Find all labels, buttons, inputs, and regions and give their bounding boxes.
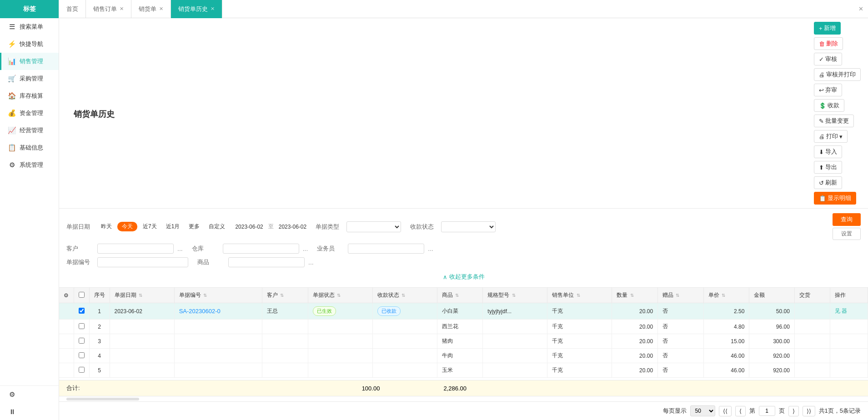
print-button[interactable]: 🖨 打印 ▾ xyxy=(814,130,848,143)
next-page-btn[interactable]: ⟩ xyxy=(788,406,799,416)
sidebar-item-capital-mgmt[interactable]: 💰 资金管理 xyxy=(0,105,59,122)
goods-dots-btn[interactable]: ... xyxy=(308,259,314,266)
staff-input[interactable] xyxy=(348,244,424,254)
prev-page-btn[interactable]: ⟨ xyxy=(735,406,746,416)
audit-print-button[interactable]: 🖨 审核并打印 xyxy=(814,68,861,81)
sidebar-item-quick-nav[interactable]: ⚡ 快捷导航 xyxy=(0,35,59,53)
quick-nav-icon: ⚡ xyxy=(8,40,16,48)
setting-button[interactable]: 设置 xyxy=(833,228,861,240)
tab-sales-history[interactable]: 销货单历史 ✕ xyxy=(171,0,222,18)
row-checkbox[interactable] xyxy=(79,352,85,358)
tab-sales-goods[interactable]: 销货单 ✕ xyxy=(131,0,171,18)
td-customer: 王总 xyxy=(262,303,308,320)
td-checkbox[interactable] xyxy=(74,334,89,349)
last-page-btn[interactable]: ⟩⟩ xyxy=(803,406,815,416)
per-page-select[interactable]: 20 50 100 xyxy=(690,405,715,416)
date-btn-custom[interactable]: 自定义 xyxy=(205,222,229,231)
td-checkbox[interactable] xyxy=(74,303,89,320)
capital-mgmt-icon: 💰 xyxy=(8,109,16,117)
new-button[interactable]: + 新增 xyxy=(814,22,841,35)
row-checkbox[interactable] xyxy=(79,367,85,373)
td-doc-date xyxy=(110,320,174,334)
tab-sales-history-label: 销货单历史 xyxy=(178,5,208,13)
td-unit: 千克 xyxy=(547,334,612,349)
th-doc-status[interactable]: 单据状态 ⇅ xyxy=(308,288,372,303)
row-checkbox[interactable] xyxy=(79,338,85,344)
staff-dots-btn[interactable]: ... xyxy=(428,245,433,252)
date-btn-today[interactable]: 今天 xyxy=(117,222,137,231)
doc-type-select[interactable] xyxy=(346,221,401,232)
th-payment-status[interactable]: 收款状态 ⇅ xyxy=(372,288,437,303)
td-checkbox[interactable] xyxy=(74,320,89,334)
row-checkbox[interactable] xyxy=(79,308,85,314)
window-close-btn[interactable]: ✕ xyxy=(858,5,863,12)
audit-button[interactable]: ✓ 审核 xyxy=(814,53,842,65)
tab-home[interactable]: 首页 xyxy=(59,0,86,18)
batch-change-button[interactable]: ✎ 批量变更 xyxy=(814,115,854,127)
th-spec[interactable]: 规格型号 ⇅ xyxy=(483,288,547,303)
sidebar-item-settings[interactable]: ⚙ xyxy=(0,386,59,403)
th-checkbox[interactable] xyxy=(74,288,89,303)
td-doc-no: SA-20230602-0 xyxy=(174,303,262,320)
print-icon: 🖨 xyxy=(819,133,825,140)
tab-sales-goods-close[interactable]: ✕ xyxy=(159,6,163,12)
date-btn-1month[interactable]: 近1月 xyxy=(162,222,184,231)
td-checkbox[interactable] xyxy=(74,363,89,378)
sidebar-item-sales-mgmt[interactable]: 📊 销售管理 xyxy=(0,53,59,70)
td-action xyxy=(830,363,868,378)
warehouse-input[interactable] xyxy=(223,244,299,254)
tab-sales-order[interactable]: 销售订单 ✕ xyxy=(86,0,131,18)
row-checkbox[interactable] xyxy=(79,323,85,329)
td-price: 2.50 xyxy=(703,303,749,320)
goods-input[interactable] xyxy=(228,257,305,267)
view-action-btn[interactable]: 见 xyxy=(835,308,840,314)
sidebar-item-operation-mgmt[interactable]: 📈 经营管理 xyxy=(0,122,59,139)
tab-sales-goods-label: 销货单 xyxy=(139,5,156,13)
th-doc-date[interactable]: 单据日期 ⇅ xyxy=(110,288,174,303)
sidebar-item-pause[interactable]: ⏸ xyxy=(0,403,59,420)
export-button[interactable]: ⬆ 导出 xyxy=(814,161,842,174)
first-page-btn[interactable]: ⟨⟨ xyxy=(719,406,732,416)
collapse-btn[interactable]: ∧ 收起更多条件 xyxy=(66,271,861,283)
page-number-input[interactable] xyxy=(759,406,775,416)
table-body: 1 2023-06-02 SA-20230602-0 王总 已生效 已收款 小白… xyxy=(59,303,868,378)
th-goods[interactable]: 商品 ⇅ xyxy=(437,288,483,303)
date-btn-7days[interactable]: 近7天 xyxy=(139,222,161,231)
th-price[interactable]: 单价 ⇅ xyxy=(703,288,749,303)
date-btn-yesterday[interactable]: 昨天 xyxy=(97,222,115,231)
warehouse-dots-btn[interactable]: ... xyxy=(303,245,308,252)
th-doc-no[interactable]: 单据编号 ⇅ xyxy=(174,288,262,303)
tab-sales-history-close[interactable]: ✕ xyxy=(211,6,215,12)
delete-button[interactable]: 🗑 删除 xyxy=(814,37,843,50)
customer-dots-btn[interactable]: ... xyxy=(177,245,183,252)
import-button[interactable]: ⬇ 导入 xyxy=(814,145,842,158)
sidebar-item-inventory[interactable]: 🏠 库存核算 xyxy=(0,87,59,105)
show-detail-button[interactable]: 📋 显示明细 xyxy=(814,192,856,205)
date-btn-more[interactable]: 更多 xyxy=(185,222,203,231)
scrollbar-thumb[interactable] xyxy=(66,398,139,400)
select-all-checkbox[interactable] xyxy=(79,292,85,298)
th-gear[interactable]: ⚙ xyxy=(59,288,74,303)
th-amount: 金额 xyxy=(749,288,795,303)
horizontal-scrollbar[interactable] xyxy=(59,396,868,401)
customer-input[interactable] xyxy=(97,244,174,254)
th-customer[interactable]: 客户 ⇅ xyxy=(262,288,308,303)
td-checkbox[interactable] xyxy=(74,349,89,363)
more-action-btn[interactable]: 器 xyxy=(842,308,847,314)
sidebar-item-base-info[interactable]: 📋 基础信息 xyxy=(0,139,59,156)
tab-sales-order-close[interactable]: ✕ xyxy=(120,6,124,12)
sidebar-item-search-menu[interactable]: ☰ 搜索菜单 xyxy=(0,18,59,35)
th-gift[interactable]: 赠品 ⇅ xyxy=(658,288,704,303)
th-qty[interactable]: 数量 ⇅ xyxy=(612,288,658,303)
abandon-button[interactable]: ↩ 弃审 xyxy=(814,84,842,96)
payment-status-select[interactable] xyxy=(441,221,496,232)
th-unit[interactable]: 销售单位 ⇅ xyxy=(547,288,612,303)
collect-button[interactable]: 💲 收款 xyxy=(814,99,844,112)
doc-no-link[interactable]: SA-20230602-0 xyxy=(179,308,221,315)
sidebar-item-system-mgmt[interactable]: ⚙ 系统管理 xyxy=(0,156,59,174)
sidebar-item-purchase-mgmt[interactable]: 🛒 采购管理 xyxy=(0,70,59,87)
query-button[interactable]: 查询 xyxy=(833,213,861,226)
td-doc-date: 2023-06-02 xyxy=(110,303,174,320)
refresh-button[interactable]: ↺ 刷新 xyxy=(814,176,842,189)
doc-no-input[interactable] xyxy=(97,257,188,267)
